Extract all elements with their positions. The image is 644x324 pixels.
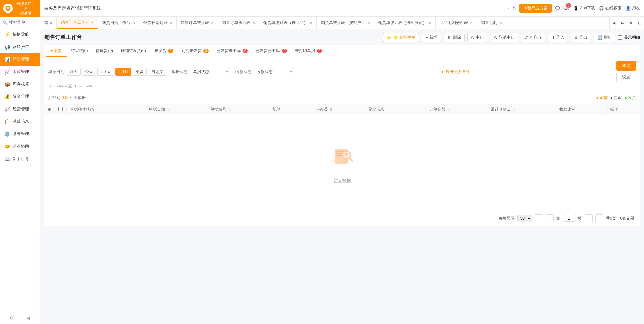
date-btn-7days[interactable]: 近7天 [97,68,114,76]
show-detail-label[interactable]: 显示明细 [618,35,640,40]
online-service-btn[interactable]: 🎧 在线客服 [599,5,621,11]
date-btn-1month[interactable]: 近1月 [115,68,132,76]
tab-cash-daily[interactable]: 钱货日清工作台 ✕ [98,17,139,29]
app-download-btn[interactable]: 📱 App下载 [573,5,595,11]
sub-tab-pending-inspect[interactable]: 待拣货(0) [92,45,117,57]
col-checkbox[interactable] [55,104,67,115]
last-page-btn[interactable]: » [595,214,603,222]
export-btn[interactable]: ⬇ 导出 [571,33,591,42]
show-detail-checkbox[interactable] [618,35,622,40]
sidebar-item-operation[interactable]: 📈 经营管理 [0,103,40,115]
tab-close-cash-daily[interactable]: ✕ [132,21,135,25]
sidebar-item-marketing[interactable]: 📢 营销推广 [0,41,40,53]
delete-btn[interactable]: 🗑 删除 [444,33,465,42]
prev-page-btn[interactable]: ‹ [546,214,554,222]
sub-tab-shipped-not-out[interactable]: 已发货未出库 0 [213,45,252,57]
lightning-icon: ⚡ [4,32,10,37]
tab-close-sales-summary-customer[interactable]: ✕ [367,21,370,25]
collapse-icon[interactable]: ◀ [27,315,30,321]
next-page-btn[interactable]: › [585,214,593,222]
tab-menu[interactable]: ⊟ [635,17,644,29]
sidebar-item-guide[interactable]: 📖 新手引导 [0,153,40,165]
date-btn-yesterday[interactable]: 昨天 [67,68,81,76]
settings-icon[interactable]: ⚙ [512,6,516,11]
col-salesperson[interactable]: 业务员 ⇅ [312,104,364,115]
sidebar-item-system[interactable]: ⚙️ 系统管理 [0,128,40,140]
date-btn-custom[interactable]: 自定义 [148,68,166,76]
status-select[interactable]: 单据状态 [190,68,230,75]
col-customer[interactable]: 客户 ⇅ [268,104,312,115]
sub-tab-pending-review[interactable]: 待审核(0) [67,45,92,57]
ship-btn[interactable]: ● 发货 [625,95,636,101]
tab-close-sales-stats[interactable]: ✕ [211,21,214,25]
sidebar-item-inventory[interactable]: 📦 库存核算 [0,78,40,90]
sub-tab-unshipped[interactable]: 未发货 0 [150,45,177,57]
message-icon: 💬 [555,6,560,11]
stop-btn[interactable]: ⊘ 中止 [467,33,487,42]
import-btn[interactable]: ⬆ 导入 [548,33,568,42]
first-page-btn[interactable]: « [535,214,543,222]
tab-sales-summary-staff[interactable]: 销货单统计表（按业务员） ✕ [374,17,436,29]
refresh-btn[interactable]: 🔄 刷新 [594,33,615,42]
smart-btn[interactable]: ⭐ 🌟 智能生单 [383,33,419,42]
search-menu[interactable]: 🔍 搜索菜单 [0,17,40,28]
tab-close-sales-workbench[interactable]: ✕ [91,21,94,24]
tab-scroll-left[interactable]: ◀ [610,17,618,29]
tab-close-sales-more[interactable]: ✕ [499,21,502,25]
dropdown-icon[interactable]: ▾ [507,6,509,10]
sidebar: 畅捷通好生意 标准版 🔍 搜索菜单 ⚡ 快捷导航 📢 营销推广 📊 销售管理 🛒… [0,0,40,324]
print-btn[interactable]: 🖨 打印 ▾ [521,33,545,42]
cancel-review-btn[interactable]: ● 弃审 [610,95,622,101]
review-btn[interactable]: ● 审核 [596,95,607,101]
expand-btn[interactable]: ▼ 展开更多条件 [440,69,470,75]
tab-product-margin[interactable]: 商品毛利分析表 ✕ [436,17,477,29]
current-page-input[interactable] [563,215,575,222]
sub-tab-unprinted[interactable]: 未打印单据 0 [291,45,326,57]
col-exception[interactable]: 异常信息 ⇅ [364,104,426,115]
query-btn[interactable]: 查询 [616,61,636,71]
tab-sales-summary-product[interactable]: 销货单统计表（按商品） ✕ [259,17,317,29]
sub-tab-shipped-out[interactable]: 已发货已出库 0 [252,45,291,57]
date-btn-more[interactable]: 更多 [133,68,147,76]
tab-sales-exec[interactable]: 销售订单执行表 ✕ [218,17,259,29]
page-size-select[interactable]: 50 [517,215,532,222]
tab-sales-workbench[interactable]: 销售订单工作台 ✕ [57,17,98,29]
sub-tab-all[interactable]: 全部(0) [46,45,67,57]
col-number[interactable]: 单据编号 ⇅ [207,104,268,115]
tab-close-sales-summary-product[interactable]: ✕ [310,21,312,25]
tab-scroll-right[interactable]: ▶ [618,17,627,29]
cancel-stop-btn[interactable]: ⊘ 取消中止 [490,33,518,42]
filter-settings-btn[interactable]: 设置 [616,72,636,82]
col-date[interactable]: 单据日期 ⇅ [145,104,207,115]
date-btn-today[interactable]: 今天 [82,68,96,76]
tab-close-product-margin[interactable]: ✕ [470,21,473,25]
sidebar-item-purchase[interactable]: 🛒 采购管理 [0,66,40,78]
sidebar-item-enterprise[interactable]: 🤝 企业协同 [0,140,40,153]
sidebar-item-finance[interactable]: 💰 资金管理 [0,90,40,103]
tab-home[interactable]: 首页 [40,17,57,29]
sub-tab-overdue-unshipped[interactable]: 到期未发货 0 [177,45,213,57]
col-status[interactable]: 单据整体状态 ⇅ [67,104,145,115]
user-area[interactable]: 👤 用友 [626,5,640,11]
tab-close-sales-exec[interactable]: ✕ [252,21,255,25]
tab-close-all[interactable]: ✕ [627,17,635,29]
settings-icon[interactable]: ⚙ [10,315,14,321]
add-btn[interactable]: + 新增 [422,33,441,42]
tab-close-sales-summary-staff[interactable]: ✕ [429,21,431,25]
sidebar-item-quick-nav[interactable]: ⚡ 快捷导航 [0,28,40,41]
payment-select[interactable]: 收款状态 [254,68,294,75]
tab-sales-stats[interactable]: 销售订单统计表 ✕ [177,17,218,29]
table-scroll[interactable]: ⚙ 单据整体状态 ⇅ 单据日期 ⇅ [44,104,640,115]
tab-cash-reconcile[interactable]: 钱货日清对账 ✕ [139,17,177,29]
message-btn[interactable]: 💬 消息 6 [555,5,569,11]
sidebar-item-sales[interactable]: 📊 销售管理 [0,53,40,66]
industry-btn[interactable]: 体验行业方案 [519,4,552,13]
sub-tab-wangpu[interactable]: 旺铺待发货(0) [117,45,150,57]
sidebar-item-basic[interactable]: 📋 基础信息 [0,115,40,128]
tab-close-cash-reconcile[interactable]: ✕ [170,21,172,25]
tab-sales-summary-customer[interactable]: 销货单统计表（按客户） ✕ [317,17,374,29]
col-amount[interactable]: 订单金额 ⇅ [426,104,487,115]
tab-sales-more[interactable]: 销售毛利 ✕ [477,17,506,29]
col-collected[interactable]: 累计收款... ⇅ [487,104,556,115]
select-all-checkbox[interactable] [58,107,63,111]
